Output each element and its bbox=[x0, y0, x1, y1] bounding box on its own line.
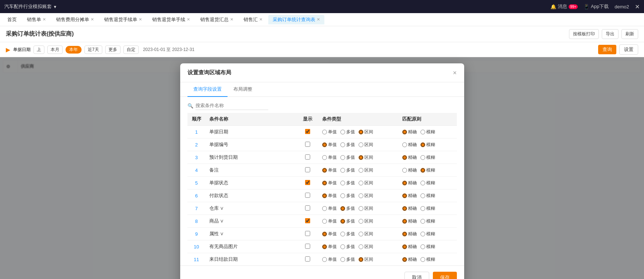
type-radio[interactable] bbox=[340, 257, 345, 262]
match-radio-item[interactable]: 精确 bbox=[402, 167, 417, 173]
download-area[interactable]: 📱 App下载 bbox=[584, 3, 609, 10]
match-radio-item[interactable]: 精确 bbox=[402, 205, 417, 212]
display-checkbox[interactable] bbox=[305, 193, 310, 198]
match-radio-item[interactable]: 模糊 bbox=[420, 180, 435, 186]
match-radio[interactable] bbox=[402, 232, 407, 236]
type-radio-item[interactable]: 区间 bbox=[359, 142, 373, 148]
type-radio[interactable] bbox=[359, 219, 363, 224]
type-radio-item[interactable]: 多值 bbox=[340, 218, 355, 224]
match-radio-item[interactable]: 模糊 bbox=[420, 142, 435, 148]
query-button[interactable]: 查询 bbox=[598, 45, 616, 54]
type-radio[interactable] bbox=[340, 219, 345, 224]
match-radio[interactable] bbox=[402, 130, 407, 134]
display-checkbox[interactable] bbox=[305, 167, 310, 172]
type-radio-item[interactable]: 区间 bbox=[359, 154, 373, 161]
match-radio[interactable] bbox=[420, 142, 425, 147]
type-radio[interactable] bbox=[359, 244, 363, 249]
type-radio-item[interactable]: 区间 bbox=[359, 231, 373, 237]
type-radio[interactable] bbox=[359, 168, 363, 173]
tab-sales-summary[interactable]: 销售退货汇总 ✕ bbox=[196, 15, 238, 24]
match-radio[interactable] bbox=[420, 155, 425, 160]
match-radio[interactable] bbox=[402, 193, 407, 198]
match-radio[interactable] bbox=[420, 193, 425, 198]
match-radio-item[interactable]: 模糊 bbox=[420, 193, 435, 199]
type-radio-item[interactable]: 多值 bbox=[340, 244, 355, 250]
match-radio-item[interactable]: 精确 bbox=[402, 218, 417, 224]
type-radio-item[interactable]: 区间 bbox=[359, 244, 373, 250]
type-radio-item[interactable]: 单值 bbox=[322, 167, 337, 173]
filter-btn-more[interactable]: 更多 bbox=[105, 46, 120, 54]
tab-sales-order-close[interactable]: ✕ bbox=[43, 17, 46, 22]
tab-sales-return2[interactable]: 销售退货单手续 ✕ bbox=[148, 15, 194, 24]
type-radio-item[interactable]: 多值 bbox=[340, 205, 355, 212]
type-radio-item[interactable]: 单值 bbox=[322, 154, 337, 161]
type-radio-item[interactable]: 单值 bbox=[322, 180, 337, 186]
modal-close-button[interactable]: × bbox=[453, 70, 457, 76]
settings-button[interactable]: 设置 bbox=[619, 44, 638, 55]
tab-sales-cost[interactable]: 销售费用分摊单 ✕ bbox=[52, 15, 98, 24]
match-radio[interactable] bbox=[420, 130, 425, 134]
match-radio-item[interactable]: 精确 bbox=[402, 129, 417, 135]
type-radio[interactable] bbox=[322, 232, 327, 236]
type-radio[interactable] bbox=[322, 257, 327, 262]
match-radio-item[interactable]: 模糊 bbox=[420, 256, 435, 263]
modal-tab-query[interactable]: 查询字段设置 bbox=[187, 82, 228, 97]
match-radio-item[interactable]: 模糊 bbox=[420, 167, 435, 173]
type-radio-item[interactable]: 多值 bbox=[340, 129, 355, 135]
match-radio-item[interactable]: 模糊 bbox=[420, 154, 435, 161]
type-radio[interactable] bbox=[322, 244, 327, 249]
type-radio-item[interactable]: 区间 bbox=[359, 129, 373, 135]
tab-sales-hui-close[interactable]: ✕ bbox=[259, 17, 262, 22]
match-radio[interactable] bbox=[402, 257, 407, 262]
type-radio[interactable] bbox=[340, 155, 345, 160]
filter-btn-7days[interactable]: 近7天 bbox=[84, 46, 102, 54]
type-radio-item[interactable]: 多值 bbox=[340, 142, 355, 148]
match-radio-item[interactable]: 模糊 bbox=[420, 231, 435, 237]
type-radio-item[interactable]: 单值 bbox=[322, 193, 337, 199]
display-checkbox[interactable] bbox=[305, 180, 310, 185]
type-radio[interactable] bbox=[322, 142, 327, 147]
tab-sales-order[interactable]: 销售单 ✕ bbox=[23, 15, 50, 24]
type-radio-item[interactable]: 多值 bbox=[340, 180, 355, 186]
tab-home[interactable]: 首页 bbox=[3, 15, 21, 24]
filter-btn-year[interactable]: 本年 bbox=[66, 46, 82, 54]
type-radio[interactable] bbox=[322, 181, 327, 185]
type-radio-item[interactable]: 多值 bbox=[340, 154, 355, 161]
match-radio-item[interactable]: 模糊 bbox=[420, 205, 435, 212]
match-radio-item[interactable]: 精确 bbox=[402, 231, 417, 237]
type-radio[interactable] bbox=[359, 232, 363, 236]
type-radio[interactable] bbox=[359, 193, 363, 198]
match-radio[interactable] bbox=[420, 181, 425, 185]
match-radio[interactable] bbox=[402, 244, 407, 249]
type-radio[interactable] bbox=[322, 168, 327, 173]
match-radio[interactable] bbox=[402, 181, 407, 185]
type-radio-item[interactable]: 区间 bbox=[359, 193, 373, 199]
type-radio-item[interactable]: 多值 bbox=[340, 256, 355, 263]
display-checkbox[interactable] bbox=[305, 244, 310, 249]
display-checkbox[interactable] bbox=[305, 205, 310, 211]
type-radio[interactable] bbox=[322, 155, 327, 160]
match-radio[interactable] bbox=[402, 155, 407, 160]
tab-sales-return-close[interactable]: ✕ bbox=[139, 17, 142, 22]
type-radio[interactable] bbox=[340, 130, 345, 134]
type-radio[interactable] bbox=[359, 155, 363, 160]
type-radio-item[interactable]: 单值 bbox=[322, 142, 337, 148]
display-checkbox[interactable] bbox=[305, 154, 310, 160]
window-close-icon[interactable]: ✕ bbox=[635, 3, 640, 10]
tab-sales-summary-close[interactable]: ✕ bbox=[230, 17, 233, 22]
match-radio[interactable] bbox=[420, 244, 425, 249]
modal-tab-layout[interactable]: 布局调整 bbox=[228, 82, 258, 97]
type-radio[interactable] bbox=[322, 219, 327, 224]
type-radio[interactable] bbox=[359, 130, 363, 134]
type-radio[interactable] bbox=[322, 193, 327, 198]
type-radio-item[interactable]: 区间 bbox=[359, 180, 373, 186]
tab-purchase-stat-close[interactable]: ✕ bbox=[317, 17, 320, 22]
match-radio[interactable] bbox=[420, 257, 425, 262]
type-radio-item[interactable]: 单值 bbox=[322, 129, 337, 135]
match-radio-item[interactable]: 精确 bbox=[402, 154, 417, 161]
export-button[interactable]: 导出 bbox=[602, 29, 619, 39]
type-radio-item[interactable]: 单值 bbox=[322, 218, 337, 224]
type-radio-item[interactable]: 单值 bbox=[322, 256, 337, 263]
type-radio[interactable] bbox=[322, 130, 327, 134]
type-radio[interactable] bbox=[359, 206, 363, 211]
